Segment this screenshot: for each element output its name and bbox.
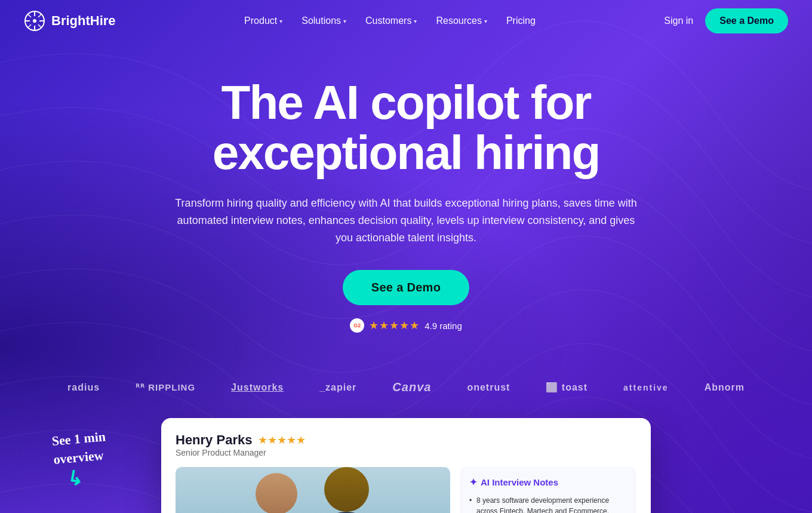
video-placeholder [176,467,450,513]
g2-label: G2 [353,322,361,328]
svg-line-9 [27,24,31,28]
nav-item-pricing[interactable]: Pricing [499,11,543,31]
nav-item-resources[interactable]: Resources ▾ [429,11,494,31]
person-1 [247,467,306,513]
svg-point-1 [33,19,36,23]
interview-video[interactable] [176,467,450,513]
logos-strip: radius ᴿᴿ RIPPLING Justworks _zapier Can… [0,363,812,412]
resources-chevron-icon: ▾ [484,18,487,24]
nav-right: Sign in See a Demo [664,8,788,33]
hero-headline-line2: exceptional hiring [213,126,600,179]
nav-item-customers[interactable]: Customers ▾ [358,11,424,31]
pricing-label: Pricing [506,16,536,26]
candidate-name: Henry Parks [176,432,252,448]
solutions-chevron-icon: ▾ [343,18,346,24]
nav-item-product[interactable]: Product ▾ [237,11,290,31]
hero-section: BrightHire Product ▾ Solutions ▾ Custome… [0,0,812,513]
ai-notes-panel: ✦ AI Interview Notes 8 years software de… [460,467,636,513]
product-label: Product [244,16,277,26]
ai-notes-title-text: AI Interview Notes [481,477,558,487]
navbar: BrightHire Product ▾ Solutions ▾ Custome… [0,0,812,42]
nav-item-solutions[interactable]: Solutions ▾ [294,11,353,31]
product-card: Henry Parks ★★★★★ Senior Product Manager [161,418,651,513]
hero-content: The AI copilot for exceptional hiring Tr… [0,42,812,357]
curved-arrow-icon: ↳ [65,465,123,500]
candidate-stars: ★★★★★ [258,434,306,447]
logo-canva: Canva [392,380,431,394]
person-1-head [256,473,297,513]
logo-rippling: ᴿᴿ RIPPLING [136,382,195,393]
note-item-1: 8 years software development experience … [469,495,627,513]
logo-abnorm: Abnorm [705,382,745,393]
customers-label: Customers [365,16,411,26]
logo[interactable]: BrightHire [24,10,116,32]
solutions-label: Solutions [302,16,341,26]
customers-chevron-icon: ▾ [414,18,417,24]
person-2-head [324,467,369,512]
hero-subtext: Transform hiring quality and efficiency … [167,195,645,246]
nav-demo-button[interactable]: See a Demo [705,8,788,33]
signin-link[interactable]: Sign in [664,16,693,26]
hero-headline: The AI copilot for exceptional hiring [213,78,600,178]
hero-headline-line1: The AI copilot for [222,76,591,129]
overview-annotation: See 1 min overview ↳ [51,428,110,496]
nav-links: Product ▾ Solutions ▾ Customers ▾ Resour… [237,11,543,31]
card-body: ✦ AI Interview Notes 8 years software de… [176,467,636,513]
card-header: Henry Parks ★★★★★ Senior Product Manager [176,432,636,457]
logo-icon [24,10,45,32]
product-chevron-icon: ▾ [279,18,282,24]
candidate-info: Henry Parks ★★★★★ Senior Product Manager [176,432,306,457]
rating-text: 4.9 rating [425,321,462,331]
product-area: See 1 min overview ↳ Henry Parks ★★★★★ S… [0,412,812,513]
ai-notes-title: ✦ AI Interview Notes [469,477,627,488]
logo-justworks: Justworks [231,382,284,393]
logo-toast: ⬜ toast [546,382,588,393]
resources-label: Resources [436,16,481,26]
logo-attentive: attentive [623,383,669,392]
hero-rating: G2 ★★★★★ 4.9 rating [350,318,462,333]
svg-line-6 [27,14,31,17]
product-card-container: See 1 min overview ↳ Henry Parks ★★★★★ S… [161,418,651,513]
svg-line-8 [38,14,42,17]
logo-onetrust: onetrust [467,382,510,393]
svg-line-7 [38,24,42,28]
person-2 [313,467,379,513]
sparkle-icon: ✦ [469,477,477,488]
logo-text: BrightHire [51,13,116,29]
candidate-role: Senior Product Manager [176,448,306,457]
rating-stars: ★★★★★ [369,319,420,332]
hero-cta-button[interactable]: See a Demo [343,270,469,305]
logo-radius: radius [67,382,100,393]
g2-icon: G2 [350,318,364,333]
logo-zapier: _zapier [319,382,356,393]
overview-label: See 1 min overview [51,429,106,467]
